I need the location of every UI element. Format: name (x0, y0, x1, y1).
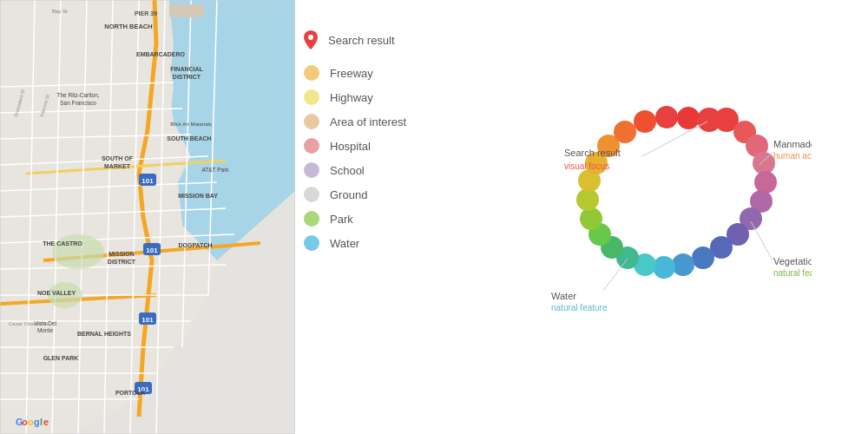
color-wheel-svg: Search result visual focus Manmade surro… (516, 69, 812, 365)
legend-item-hospital: Hospital (304, 134, 460, 158)
svg-text:g: g (34, 417, 40, 427)
svg-text:PIER 39: PIER 39 (135, 10, 157, 16)
legend-dot-highway (304, 89, 319, 105)
svg-text:101: 101 (146, 247, 158, 254)
svg-point-87 (576, 188, 599, 211)
svg-text:101: 101 (141, 177, 154, 185)
svg-text:MARKET: MARKET (104, 163, 131, 169)
legend-item-highway: Highway (304, 85, 460, 109)
svg-text:Vegetation: Vegetation (773, 256, 812, 266)
legend-item-park: Park (304, 207, 460, 231)
svg-point-73 (753, 152, 775, 174)
svg-text:DISTRICT: DISTRICT (173, 74, 201, 80)
svg-text:Manmade surroundings: Manmade surroundings (773, 139, 812, 149)
svg-text:NOE VALLEY: NOE VALLEY (37, 290, 76, 296)
svg-text:THE CASTRO: THE CASTRO (43, 240, 82, 247)
svg-point-80 (672, 253, 694, 276)
legend-dot-ground (304, 187, 319, 202)
svg-text:l: l (40, 417, 43, 427)
color-wheel-section: Search result visual focus Manmade surro… (469, 17, 859, 417)
svg-text:EMBARCADERO: EMBARCADERO (136, 51, 186, 57)
svg-point-79 (692, 247, 714, 269)
legend-dot-area-of-interest (304, 114, 319, 129)
legend-label-highway: Highway (330, 91, 373, 104)
svg-point-81 (653, 256, 675, 279)
svg-text:SOUTH OF: SOUTH OF (102, 155, 134, 161)
svg-point-86 (580, 207, 602, 230)
svg-text:San Francisco: San Francisco (60, 100, 96, 106)
svg-point-74 (754, 171, 777, 194)
svg-text:e: e (43, 417, 49, 427)
svg-text:GLEN PARK: GLEN PARK (43, 355, 79, 361)
svg-point-32 (52, 234, 104, 269)
svg-text:NORTH BEACH: NORTH BEACH (104, 23, 152, 30)
legend-item-search-result: Search result (304, 26, 460, 54)
legend-label-area-of-interest: Area of interest (330, 115, 406, 128)
legend-label-hospital: Hospital (330, 140, 371, 153)
legend-label-ground: Ground (330, 188, 367, 201)
svg-point-93 (655, 106, 678, 128)
svg-text:DISTRICT: DISTRICT (108, 259, 136, 265)
legend-label-park: Park (330, 213, 353, 226)
svg-point-94 (677, 107, 700, 129)
search-result-pin (304, 30, 318, 49)
legend-dot-water (304, 235, 319, 251)
legend-label-water: Water (330, 237, 359, 250)
svg-point-92 (634, 110, 656, 133)
legend-panel: Search result Freeway Highway Area of in… (304, 17, 460, 417)
svg-text:o: o (28, 417, 34, 427)
map-canvas[interactable]: 101 101 101 101 PIER 39 NORTH BEACH Bay … (0, 0, 295, 434)
legend-label-school: School (330, 164, 365, 177)
legend-item-area-of-interest: Area of interest (304, 109, 460, 134)
legend-dot-hospital (304, 138, 319, 154)
svg-text:natural feature: natural feature (773, 268, 812, 278)
svg-text:BERNAL HEIGHTS: BERNAL HEIGHTS (77, 331, 131, 337)
svg-text:visual focus: visual focus (564, 161, 609, 171)
svg-text:Cesar Chavez St: Cesar Chavez St (9, 321, 49, 326)
svg-text:DOGPATCH: DOGPATCH (178, 242, 212, 248)
svg-text:natural feature: natural feature (551, 303, 608, 312)
svg-text:The Ritz-Carlton,: The Ritz-Carlton, (56, 92, 99, 98)
svg-text:Blick Art Materials: Blick Art Materials (170, 122, 212, 127)
svg-point-95 (697, 108, 721, 132)
svg-text:Water: Water (551, 291, 576, 301)
legend-item-water: Water (304, 231, 460, 255)
svg-line-98 (603, 259, 628, 291)
svg-point-69 (308, 35, 313, 40)
svg-text:FINANCIAL: FINANCIAL (170, 66, 203, 72)
svg-point-91 (614, 121, 636, 143)
legend-dot-school (304, 162, 319, 178)
svg-text:SOUTH BEACH: SOUTH BEACH (167, 135, 211, 141)
legend-item-ground: Ground (304, 182, 460, 207)
legend-dot-freeway (304, 65, 319, 81)
svg-text:Monte: Monte (37, 327, 53, 333)
svg-text:AT&T Park: AT&T Park (201, 167, 229, 173)
svg-text:PORTOLA: PORTOLA (115, 390, 145, 396)
svg-text:MISSION: MISSION (108, 251, 135, 257)
svg-line-99 (751, 221, 773, 260)
svg-text:Bay St: Bay St (52, 9, 68, 14)
right-panel: Search result Freeway Highway Area of in… (295, 0, 868, 434)
map-panel: 101 101 101 101 PIER 39 NORTH BEACH Bay … (0, 0, 295, 434)
svg-text:Search result: Search result (564, 148, 621, 158)
color-wheel-container: Search result visual focus Manmade surro… (516, 69, 812, 365)
legend-label-freeway: Freeway (330, 67, 373, 80)
svg-text:MISSION BAY: MISSION BAY (178, 193, 218, 199)
svg-rect-34 (169, 4, 204, 17)
legend-dot-park (304, 211, 319, 227)
legend-item-freeway: Freeway (304, 61, 460, 85)
legend-label-search-result: Search result (328, 34, 395, 47)
svg-text:o: o (22, 417, 28, 427)
svg-text:human activity: human activity (773, 151, 812, 161)
svg-text:101: 101 (141, 316, 154, 324)
legend-item-school: School (304, 158, 460, 182)
